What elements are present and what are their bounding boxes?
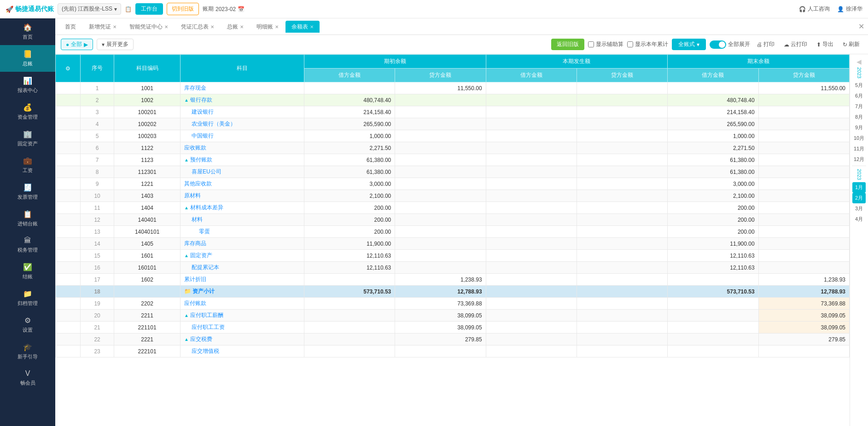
row-settings-7[interactable]	[56, 166, 81, 178]
print-button[interactable]: 🖨 打印	[754, 39, 777, 50]
close-tab-detail-ledger[interactable]: ✕	[275, 24, 279, 29]
row-settings-17[interactable]	[56, 286, 81, 298]
all-filter-tag[interactable]: ● 全部 ▶	[61, 39, 93, 50]
toggle-control[interactable]	[710, 40, 726, 49]
sidebar-item-tax[interactable]: 🏛 税务管理	[0, 232, 55, 258]
row-settings-12[interactable]	[56, 226, 81, 238]
row-settings-15[interactable]	[56, 262, 81, 274]
tab-general-ledger[interactable]: 总账 ✕	[221, 21, 250, 33]
show-ytd-checkbox[interactable]	[627, 41, 633, 47]
sidebar-item-close[interactable]: ✅ 结账	[0, 258, 55, 285]
sidebar-item-member[interactable]: V 畅会员	[0, 365, 55, 391]
row-subject-2[interactable]: 建设银行	[180, 106, 304, 118]
row-subject-21[interactable]: ▲应交税费	[180, 334, 304, 345]
row-subject-4[interactable]: 中国银行	[180, 130, 304, 142]
month-5[interactable]: 5月	[854, 80, 864, 91]
row-settings-20[interactable]	[56, 322, 81, 334]
show-ytd-checkbox-label[interactable]: 显示本年累计	[627, 40, 668, 48]
tab-detail-ledger[interactable]: 明细账 ✕	[250, 21, 285, 33]
sidebar-item-ledger[interactable]: 📒 总账	[0, 45, 55, 72]
month-1[interactable]: 1月	[852, 182, 866, 193]
row-subject-3[interactable]: 农业银行（美金）	[180, 118, 304, 130]
sidebar-item-assets[interactable]: 🏢 固定资产	[0, 125, 55, 152]
month-3[interactable]: 3月	[854, 203, 864, 214]
year-2023-label[interactable]: 2023	[856, 65, 863, 80]
return-old-version-button[interactable]: 返回旧版	[551, 39, 584, 50]
row-settings-1[interactable]	[56, 94, 81, 106]
refresh-button[interactable]: ↻ 刷新	[840, 39, 862, 50]
row-subject-7[interactable]: 喜屋EU公司	[180, 166, 304, 178]
month-8[interactable]: 8月	[854, 112, 864, 122]
show-aux-checkbox-label[interactable]: 显示辅助算	[588, 40, 623, 48]
row-settings-11[interactable]	[56, 214, 81, 226]
row-settings-4[interactable]	[56, 130, 81, 142]
settings-col-header[interactable]: ⚙	[56, 55, 81, 82]
close-tab-voucher-summary[interactable]: ✕	[210, 24, 214, 29]
month-6[interactable]: 6月	[854, 91, 864, 101]
sidebar-item-home[interactable]: 🏠 首页	[0, 18, 55, 45]
sidebar-item-settings[interactable]: ⚙ 设置	[0, 311, 55, 338]
row-subject-11[interactable]: 材料	[180, 214, 304, 226]
close-all-tabs[interactable]: ✕	[858, 22, 864, 31]
expand-more-button[interactable]: ▾ 展开更多	[97, 39, 134, 50]
close-tab-new-voucher[interactable]: ✕	[113, 24, 117, 29]
row-subject-6[interactable]: ▲预付账款	[180, 154, 304, 166]
tab-balance[interactable]: 余额表 ✕	[285, 21, 320, 33]
month-2[interactable]: 2月	[852, 193, 866, 203]
expand-all-toggle[interactable]: 全部展开	[710, 40, 750, 49]
sidebar-item-sales[interactable]: 📋 进销台账	[0, 205, 55, 232]
row-subject-17[interactable]: 📁资产小计	[180, 286, 304, 298]
row-settings-19[interactable]	[56, 310, 81, 322]
row-settings-9[interactable]	[56, 190, 81, 202]
row-settings-10[interactable]	[56, 202, 81, 214]
row-settings-3[interactable]	[56, 118, 81, 130]
close-tab-general-ledger[interactable]: ✕	[240, 24, 244, 29]
sidebar-item-reports[interactable]: 📊 报表中心	[0, 72, 55, 98]
row-subject-14[interactable]: ▲固定资产	[180, 250, 304, 262]
row-subject-10[interactable]: ▲材料成本差异	[180, 202, 304, 214]
sidebar-item-salary[interactable]: 💼 工资	[0, 152, 55, 178]
year-2023-label2[interactable]: 2023	[856, 167, 863, 182]
close-tab-balance[interactable]: ✕	[310, 24, 314, 29]
sidebar-item-invoice[interactable]: 🧾 发票管理	[0, 178, 55, 205]
row-subject-18[interactable]: 应付账款	[180, 298, 304, 310]
row-subject-8[interactable]: 其他应收款	[180, 178, 304, 190]
row-subject-20[interactable]: 应付职工工资	[180, 322, 304, 334]
tab-home[interactable]: 首页	[59, 21, 82, 33]
row-settings-2[interactable]	[56, 106, 81, 118]
row-subject-15[interactable]: 配提累记本	[180, 262, 304, 274]
row-settings-13[interactable]	[56, 238, 81, 250]
display-mode-button[interactable]: 全账式 ▾	[672, 39, 706, 50]
row-settings-18[interactable]	[56, 298, 81, 310]
row-subject-13[interactable]: 库存商品	[180, 238, 304, 250]
cloud-print-button[interactable]: ☁ 云打印	[781, 39, 810, 50]
consult-info[interactable]: 🎧 人工咨询	[799, 5, 830, 13]
tab-smart-voucher[interactable]: 智能凭证中心 ✕	[123, 21, 174, 33]
month-7[interactable]: 7月	[854, 101, 864, 112]
panel-expand-arrow[interactable]: ◀	[856, 58, 862, 65]
row-subject-9[interactable]: 原材料	[180, 190, 304, 202]
row-settings-8[interactable]	[56, 178, 81, 190]
workbench-button[interactable]: 工作台	[135, 3, 163, 15]
row-settings-14[interactable]	[56, 250, 81, 262]
row-settings-0[interactable]	[56, 82, 81, 94]
row-subject-1[interactable]: ▲银行存款	[180, 94, 304, 106]
month-10[interactable]: 10月	[853, 133, 865, 144]
export-button[interactable]: ⬆ 导出	[814, 39, 836, 50]
row-subject-19[interactable]: ▲应付职工薪酬	[180, 310, 304, 322]
row-settings-5[interactable]	[56, 142, 81, 154]
copy-icon[interactable]: 📋	[125, 6, 132, 12]
company-selector[interactable]: (先前) 江西股坐-LSS ▾	[58, 3, 121, 15]
month-12[interactable]: 12月	[853, 154, 865, 165]
sidebar-item-archive[interactable]: 📁 归档管理	[0, 285, 55, 311]
switch-version-button[interactable]: 切到旧版	[167, 3, 199, 15]
row-settings-22[interactable]	[56, 345, 81, 357]
tab-new-voucher[interactable]: 新增凭证 ✕	[83, 21, 122, 33]
row-subject-16[interactable]: 累计折旧	[180, 274, 304, 286]
sidebar-item-guide[interactable]: 🎓 新手引导	[0, 338, 55, 365]
tab-voucher-summary[interactable]: 凭证汇总表 ✕	[175, 21, 220, 33]
row-settings-6[interactable]	[56, 154, 81, 166]
month-4[interactable]: 4月	[854, 214, 864, 225]
show-aux-checkbox[interactable]	[588, 41, 594, 47]
calendar-icon[interactable]: 📅	[238, 6, 245, 12]
